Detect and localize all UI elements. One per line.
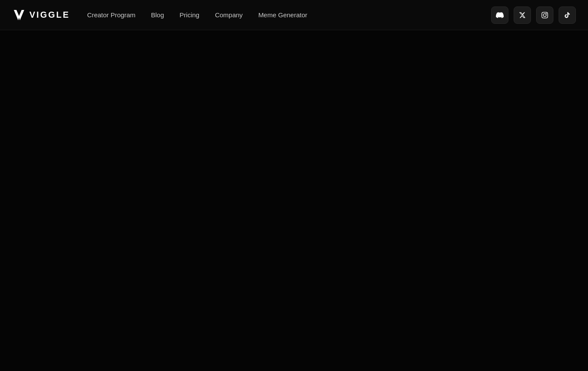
viggle-logo-icon: [12, 8, 26, 22]
discord-button[interactable]: [491, 6, 508, 24]
instagram-button[interactable]: [536, 6, 553, 24]
tiktok-button[interactable]: [559, 6, 576, 24]
twitter-button[interactable]: [514, 6, 531, 24]
nav-right: [491, 6, 576, 24]
nav-link-creator-program[interactable]: Creator Program: [87, 11, 136, 19]
nav-links: Creator Program Blog Pricing Company Mem…: [87, 11, 307, 19]
nav-left: VIGGLE Creator Program Blog Pricing Comp…: [12, 8, 307, 22]
svg-rect-1: [542, 12, 547, 18]
main-content: [0, 30, 588, 371]
tiktok-icon: [564, 12, 571, 19]
discord-icon: [496, 11, 504, 19]
svg-point-2: [543, 13, 546, 16]
logo[interactable]: VIGGLE: [12, 8, 70, 22]
nav-link-company[interactable]: Company: [215, 11, 243, 19]
instagram-icon: [541, 12, 548, 19]
svg-point-3: [546, 13, 547, 14]
nav-link-blog[interactable]: Blog: [151, 11, 164, 19]
main-nav: VIGGLE Creator Program Blog Pricing Comp…: [0, 0, 588, 30]
nav-link-meme-generator[interactable]: Meme Generator: [258, 11, 307, 19]
twitter-icon: [519, 12, 526, 19]
logo-text: VIGGLE: [29, 10, 70, 20]
nav-link-pricing[interactable]: Pricing: [179, 11, 199, 19]
svg-marker-0: [14, 10, 24, 20]
